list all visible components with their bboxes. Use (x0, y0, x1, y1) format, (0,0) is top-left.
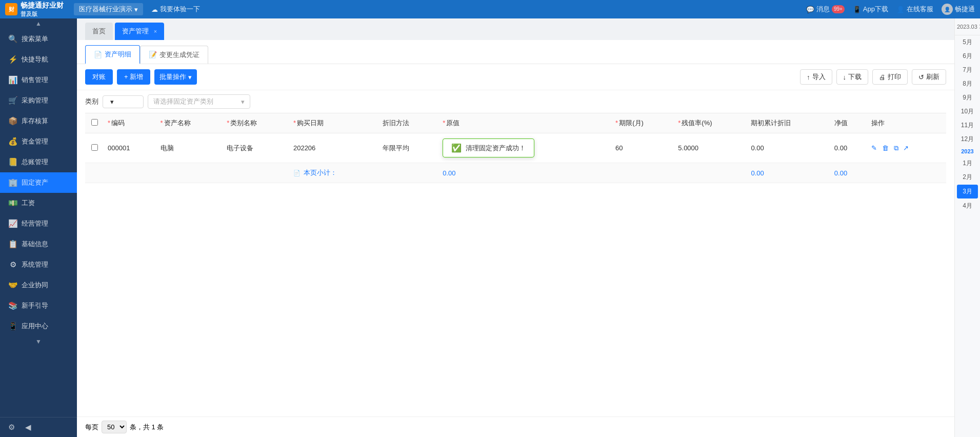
subtotal-empty-7 (674, 163, 747, 183)
purchase-icon: 🛒 (8, 96, 17, 105)
tab-asset-mgmt[interactable]: 资产管理 × (115, 23, 164, 40)
edit-icon[interactable]: ✎ (871, 144, 877, 152)
row-checkbox[interactable] (91, 144, 98, 151)
td-name: 电脑 (156, 133, 223, 163)
table-row: 000001 电脑 电子设备 202206 年限平均 ✅ 清理固定资产成功！ (85, 133, 946, 163)
subtotal-label-cell: 📄 本页小计： (289, 163, 378, 183)
reconcile-label: 对账 (92, 72, 106, 82)
td-checkbox (85, 133, 104, 163)
filter-chevron-icon: ▾ (110, 98, 114, 106)
sidebar-item-operations[interactable]: 📈 经营管理 (0, 213, 77, 234)
calendar-month-8[interactable]: 8月 (955, 77, 980, 91)
calendar-month-7[interactable]: 7月 (955, 63, 980, 77)
sub-tab-asset-detail[interactable]: 📄 资产明细 (85, 45, 140, 64)
sidebar-item-ledger[interactable]: 📒 总账管理 (0, 152, 77, 172)
settings-icon[interactable]: ⚙ (8, 423, 15, 432)
filter-row: 类别 ▾ 请选择固定资产类别 ▾ (77, 90, 954, 113)
asset-category-filter[interactable]: 请选择固定资产类别 ▾ (148, 94, 250, 109)
sub-tab-change-voucher[interactable]: 📝 变更生成凭证 (140, 46, 208, 64)
tab-home[interactable]: 首页 (85, 23, 113, 40)
sidebar-label-operations: 经营管理 (22, 219, 48, 228)
th-period: *期限(月) (611, 113, 674, 133)
sidebar-item-sales[interactable]: 📊 销售管理 (0, 70, 77, 90)
new-button[interactable]: + 新增 (117, 69, 150, 85)
calendar-month-12[interactable]: 12月 (955, 132, 980, 146)
sidebar-label-guide: 新手引导 (22, 301, 48, 310)
sidebar-item-finance[interactable]: 💰 资金管理 (0, 131, 77, 152)
sidebar-item-payroll[interactable]: 💵 工资 (0, 193, 77, 213)
app-download-button[interactable]: 📱 App下载 (853, 5, 888, 14)
calendar-month-4[interactable]: 4月 (955, 199, 980, 213)
tab-close-icon[interactable]: × (154, 28, 157, 34)
sales-icon: 📊 (8, 75, 17, 85)
toolbar: 对账 + 新增 批量操作 ▾ ↑ 导入 ↓ 下载 (77, 64, 954, 90)
calendar-month-5[interactable]: 5月 (955, 35, 980, 49)
success-check-icon: ✅ (451, 143, 462, 153)
sidebar-item-cooperation[interactable]: 🤝 企业协同 (0, 275, 77, 295)
export-button[interactable]: ↑ 导入 (800, 69, 832, 85)
sidebar-item-system[interactable]: ⚙ 系统管理 (0, 254, 77, 275)
per-page-label: 每页 (85, 423, 98, 432)
calendar-month-9[interactable]: 9月 (955, 91, 980, 105)
reconcile-button[interactable]: 对账 (85, 69, 113, 85)
sidebar-item-inventory[interactable]: 📦 库存核算 (0, 111, 77, 131)
company-selector[interactable]: 医疗器械行业演示 ▾ (74, 3, 143, 15)
sidebar-label-payroll: 工资 (22, 198, 35, 208)
logo-icon: 财 (5, 3, 17, 15)
collapse-icon[interactable]: ◀ (25, 423, 31, 432)
calendar-month-3-active[interactable]: 3月 (957, 185, 978, 198)
calendar-month-10[interactable]: 10月 (955, 105, 980, 118)
batch-button[interactable]: 批量操作 ▾ (154, 69, 197, 85)
sidebar-item-basic-info[interactable]: 📋 基础信息 (0, 234, 77, 254)
service-icon: 👤 (896, 6, 905, 13)
calendar-month-1[interactable]: 1月 (955, 156, 980, 170)
experience-button[interactable]: ☁ 我要体验一下 (151, 5, 200, 14)
select-all-checkbox[interactable] (91, 119, 98, 126)
sidebar-item-app-center[interactable]: 📱 应用中心 (0, 316, 77, 336)
copy-icon[interactable]: ⧉ (894, 144, 898, 152)
inventory-icon: 📦 (8, 116, 17, 126)
search-icon: 🔍 (8, 34, 17, 44)
print-label: 打印 (888, 72, 901, 82)
sidebar-item-quick-nav[interactable]: ⚡ 快捷导航 (0, 49, 77, 70)
refresh-button[interactable]: ↺ 刷新 (912, 69, 946, 85)
asset-table: *编码 *资产名称 *类别名称 *购买日期 折旧方法 *原值 *期限(月) *残… (85, 113, 946, 183)
online-service-button[interactable]: 👤 在线客服 (896, 5, 933, 14)
sidebar-scroll-up[interactable]: ▲ (0, 18, 77, 29)
basic-info-icon: 📋 (8, 240, 17, 249)
sidebar-label-fixed-assets: 固定资产 (22, 178, 48, 187)
more-icon[interactable]: ↗ (903, 144, 909, 152)
sidebar-scroll-down[interactable]: ▼ (0, 336, 77, 347)
batch-chevron-icon: ▾ (188, 73, 192, 81)
td-depreciation-method: 年限平均 (378, 133, 438, 163)
sidebar-item-guide[interactable]: 📚 新手引导 (0, 295, 77, 316)
asset-category-chevron-icon: ▾ (241, 98, 245, 106)
message-button[interactable]: 💬 消息 99+ (806, 5, 845, 14)
page-size-select[interactable]: 50 (102, 421, 127, 433)
cloud-icon: ☁ (151, 6, 158, 13)
header-right: 💬 消息 99+ 📱 App下载 👤 在线客服 👤 畅捷通 (806, 4, 975, 15)
category-filter-dropdown[interactable]: ▾ (103, 95, 144, 108)
close-panel-button[interactable]: ✕ (977, 22, 980, 32)
sidebar-item-search[interactable]: 🔍 搜索菜单 (0, 29, 77, 49)
sidebar-label-system: 系统管理 (22, 260, 48, 269)
message-badge: 99+ (832, 5, 845, 13)
sidebar-label-ledger: 总账管理 (22, 157, 48, 167)
success-toast: ✅ 清理固定资产成功！ (443, 138, 534, 157)
download-button[interactable]: ↓ 下载 (836, 69, 869, 85)
calendar-month-6[interactable]: 6月 (955, 49, 980, 63)
experience-label: 我要体验一下 (160, 5, 200, 14)
print-button[interactable]: 🖨 打印 (872, 69, 908, 85)
operations-icon: 📈 (8, 219, 17, 228)
calendar-month-11[interactable]: 11月 (955, 118, 980, 132)
total-label: 条，共 1 条 (130, 423, 164, 432)
app-download-label: App下载 (863, 5, 888, 14)
user-menu[interactable]: 👤 畅捷通 (942, 4, 975, 15)
sidebar-item-purchase[interactable]: 🛒 采购管理 (0, 90, 77, 111)
sidebar-item-fixed-assets[interactable]: 🏢 固定资产 (0, 172, 77, 193)
sidebar-bottom: ⚙ ◀ (0, 417, 77, 437)
delete-icon[interactable]: 🗑 (882, 144, 889, 152)
batch-label: 批量操作 (159, 72, 186, 82)
calendar-month-2[interactable]: 2月 (955, 170, 980, 184)
asset-detail-icon: 📄 (94, 51, 102, 58)
